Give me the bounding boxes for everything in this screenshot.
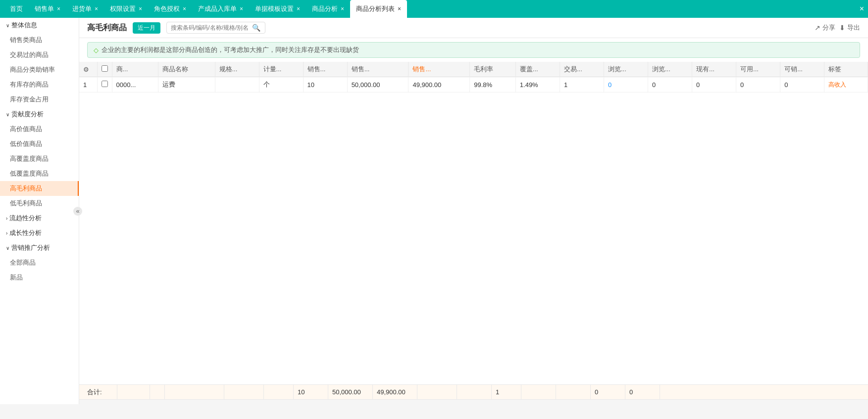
cell-tag: 高收入	[824, 77, 868, 93]
info-banner: ◇ 企业的主要的利润都是这部分商品创造的，可考虑加大推广，同时关注库存是不要出现…	[87, 42, 860, 58]
sidebar-item-category-sales-rate[interactable]: 商品分类助销率	[0, 62, 79, 77]
nav-role[interactable]: 角色授权 ×	[148, 0, 192, 18]
col-browse1[interactable]: 浏览...	[604, 62, 648, 77]
sidebar-item-low-margin[interactable]: 低毛利商品	[0, 196, 79, 211]
content-header: 高毛利商品 近一月 🔍 ↗ 分享 ⬇ 导出	[79, 18, 868, 38]
sidebar-group-growth[interactable]: › 成长性分析	[0, 226, 79, 240]
sidebar-item-all-products[interactable]: 全部商品	[0, 255, 79, 270]
footer-cell-coverage	[457, 385, 491, 400]
info-text: 企业的主要的利润都是这部分商品创造的，可考虑加大推广，同时关注库存是不要出现缺货	[102, 46, 359, 54]
col-sales-qty[interactable]: 销售...	[303, 62, 347, 77]
sidebar-item-high-margin[interactable]: 高毛利商品	[0, 181, 79, 196]
footer-cell-stock: 0	[590, 385, 625, 400]
close-template-tab[interactable]: ×	[297, 6, 300, 12]
footer-cell-sellable	[660, 385, 694, 400]
sidebar-item-sales-products[interactable]: 销售类商品	[0, 33, 79, 47]
search-icon[interactable]: 🔍	[252, 24, 260, 32]
arrow-icon: ∨	[6, 23, 9, 28]
nav-sales[interactable]: 销售单 ×	[29, 0, 66, 18]
close-purchase-tab[interactable]: ×	[95, 6, 98, 12]
close-role-tab[interactable]: ×	[183, 6, 186, 12]
footer-cell-4	[263, 385, 293, 400]
export-icon: ⬇	[839, 24, 845, 32]
sidebar-item-high-value[interactable]: 高价值商品	[0, 122, 79, 137]
sidebar-group-trend[interactable]: › 流趋性分析	[0, 211, 79, 226]
sidebar-collapse-button[interactable]: «	[73, 207, 82, 216]
cell-transactions: 1	[560, 77, 604, 93]
nav-product-analysis-list[interactable]: 商品分析列表 ×	[350, 0, 407, 18]
col-spec[interactable]: 规格...	[215, 62, 259, 77]
footer-cell-transactions: 1	[491, 385, 521, 400]
sidebar-item-capital-occupation[interactable]: 库存资金占用	[0, 92, 79, 107]
content-area: 高毛利商品 近一月 🔍 ↗ 分享 ⬇ 导出 ◇ 企业的主要的利润都是这部分商品创…	[79, 18, 868, 404]
arrow-icon-2: ∨	[6, 112, 9, 117]
cell-sales-qty: 10	[303, 77, 347, 93]
close-warehouse-tab[interactable]: ×	[240, 6, 243, 12]
sidebar-item-new-products[interactable]: 新品	[0, 270, 79, 285]
col-gross-rate[interactable]: 毛利率	[470, 62, 516, 77]
col-tag[interactable]: 标签	[824, 62, 868, 77]
arrow-icon-3: ›	[6, 216, 7, 221]
col-name[interactable]: 商品名称	[158, 62, 215, 77]
nav-warehouse[interactable]: 产成品入库单 ×	[192, 0, 249, 18]
col-coverage[interactable]: 覆盖...	[515, 62, 560, 77]
cell-index: 1	[79, 77, 97, 93]
nav-home[interactable]: 首页	[4, 0, 29, 18]
close-permission-tab[interactable]: ×	[139, 6, 142, 12]
footer-cell-available: 0	[625, 385, 660, 400]
footer-cell-3	[224, 385, 263, 400]
col-sales-cost[interactable]: 销售...	[408, 62, 470, 77]
footer-cell-1	[150, 385, 164, 400]
export-button[interactable]: ⬇ 导出	[839, 23, 860, 32]
footer-cell-sales-cost: 49,900.00	[372, 385, 417, 400]
sidebar-item-in-stock[interactable]: 有库存的商品	[0, 77, 79, 92]
cell-checkbox[interactable]	[97, 77, 112, 93]
select-all-checkbox[interactable]	[102, 65, 108, 72]
search-box: 🔍	[166, 22, 265, 34]
nav-template[interactable]: 单据模板设置 ×	[249, 0, 306, 18]
col-unit[interactable]: 计量...	[259, 62, 303, 77]
filter-recent-month-button[interactable]: 近一月	[133, 22, 160, 34]
top-navigation: 首页 销售单 × 进货单 × 权限设置 × 角色授权 × 产成品入库单 × 单据…	[0, 0, 868, 18]
sidebar-group-contribution[interactable]: ∨ 贡献度分析	[0, 107, 79, 122]
col-code[interactable]: 商...	[112, 62, 158, 77]
col-checkbox[interactable]	[97, 62, 112, 77]
share-button[interactable]: ↗ 分享	[815, 23, 835, 32]
col-current-stock[interactable]: 现有...	[692, 62, 736, 77]
info-icon: ◇	[94, 47, 99, 54]
col-sellable[interactable]: 可销...	[780, 62, 824, 77]
cell-spec	[215, 77, 259, 93]
cell-sales-amount: 50,000.00	[347, 77, 408, 93]
cell-current-stock: 0	[692, 77, 736, 93]
close-all-tabs[interactable]: ×	[860, 4, 864, 13]
sidebar-item-high-coverage[interactable]: 高覆盖度商品	[0, 151, 79, 166]
sidebar-item-traded-products[interactable]: 交易过的商品	[0, 47, 79, 62]
close-sales-tab[interactable]: ×	[57, 6, 60, 12]
table-container: ⚙ 商... 商品名称 规格... 计量... 销售... 销售... 销售..…	[79, 62, 868, 384]
sidebar-group-overview[interactable]: ∨ 整体信息	[0, 18, 79, 33]
search-input[interactable]	[171, 24, 250, 31]
cell-browse1[interactable]: 0	[604, 77, 648, 93]
cell-code: 0000...	[112, 77, 158, 93]
nav-purchase[interactable]: 进货单 ×	[66, 0, 104, 18]
close-analysis-list-tab[interactable]: ×	[398, 6, 401, 12]
col-browse2[interactable]: 浏览...	[648, 62, 692, 77]
col-settings[interactable]: ⚙	[79, 62, 97, 77]
footer-cell-gross	[417, 385, 457, 400]
nav-permission[interactable]: 权限设置 ×	[104, 0, 148, 18]
col-available[interactable]: 可用...	[736, 62, 780, 77]
col-sales-amount[interactable]: 销售...	[347, 62, 408, 77]
footer-cell-2	[164, 385, 224, 400]
product-table: ⚙ 商... 商品名称 规格... 计量... 销售... 销售... 销售..…	[79, 62, 868, 93]
sidebar-item-low-coverage[interactable]: 低覆盖度商品	[0, 166, 79, 181]
row-checkbox[interactable]	[102, 81, 108, 87]
share-icon: ↗	[815, 24, 820, 32]
bottom-scrollbar[interactable]	[79, 399, 868, 404]
cell-sales-cost: 49,900.00	[408, 77, 470, 93]
nav-product-analysis[interactable]: 商品分析 ×	[306, 0, 350, 18]
col-transactions[interactable]: 交易...	[560, 62, 604, 77]
sidebar-group-marketing[interactable]: ∨ 营销推广分析	[0, 240, 79, 255]
footer-cell-b1	[521, 385, 556, 400]
close-analysis-tab[interactable]: ×	[341, 6, 344, 12]
sidebar-item-low-value[interactable]: 低价值商品	[0, 137, 79, 151]
